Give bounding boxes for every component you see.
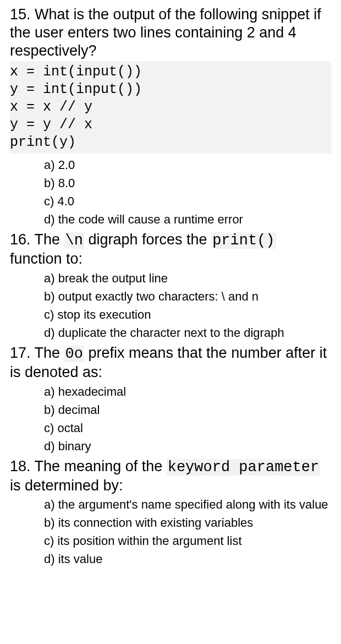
option: c) stop its execution: [44, 305, 331, 324]
code-block: x = int(input()) y = int(input()) x = x …: [10, 61, 331, 154]
options-list: a) 2.0b) 8.0c) 4.0d) the code will cause…: [10, 156, 331, 228]
question-stem: 15. What is the output of the following …: [10, 6, 331, 60]
question: 18. The meaning of the keyword parameter…: [10, 457, 331, 569]
option: d) the code will cause a runtime error: [44, 210, 331, 228]
question-number: 18.: [10, 458, 31, 474]
question-stem: 18. The meaning of the keyword parameter…: [10, 457, 331, 495]
question: 15. What is the output of the following …: [10, 6, 331, 228]
option: c) its position within the argument list: [44, 532, 331, 550]
options-list: a) the argument's name specified along w…: [10, 495, 331, 568]
option-label: c): [44, 421, 54, 435]
option-label: d): [44, 212, 55, 226]
option: b) its connection with existing variable…: [44, 514, 331, 532]
question-number: 15.: [10, 6, 31, 23]
option-text: output exactly two characters: \ and n: [58, 290, 258, 303]
option: a) the argument's name specified along w…: [44, 495, 331, 514]
option: b) decimal: [44, 401, 331, 419]
option-text: duplicate the character next to the digr…: [58, 326, 284, 340]
option-text: its position within the argument list: [57, 534, 241, 548]
option-label: a): [44, 385, 55, 399]
question-text: The \n digraph forces the print() functi…: [10, 231, 276, 267]
option-text: octal: [57, 421, 82, 435]
option-label: d): [44, 326, 55, 340]
option-text: hexadecimal: [58, 385, 127, 399]
quiz-document: 15. What is the output of the following …: [10, 6, 331, 568]
question-stem: 16. The \n digraph forces the print() fu…: [10, 231, 331, 268]
option-text: binary: [58, 439, 91, 453]
option-text: break the output line: [58, 271, 168, 285]
option: a) 2.0: [44, 156, 331, 174]
option: a) break the output line: [44, 269, 331, 287]
option-text: 4.0: [57, 194, 74, 208]
question: 17. The 0o prefix means that the number …: [10, 344, 331, 455]
option-text: stop its execution: [57, 308, 151, 321]
option-label: b): [44, 290, 55, 303]
option: b) 8.0: [44, 174, 331, 192]
question-text: What is the output of the following snip…: [10, 6, 321, 59]
option: d) its value: [44, 550, 331, 568]
option-label: a): [44, 158, 55, 172]
option-text: 2.0: [58, 158, 75, 172]
option-label: d): [44, 439, 55, 453]
question-number: 17.: [10, 345, 31, 361]
question: 16. The \n digraph forces the print() fu…: [10, 231, 331, 342]
question-number: 16.: [10, 231, 31, 248]
option-label: c): [44, 534, 54, 548]
option-text: its connection with existing variables: [58, 516, 254, 530]
inline-code: \n: [64, 232, 84, 249]
option: a) hexadecimal: [44, 383, 331, 401]
option-label: a): [44, 498, 55, 511]
question-stem: 17. The 0o prefix means that the number …: [10, 344, 331, 381]
option-label: b): [44, 176, 55, 190]
options-list: a) break the output lineb) output exactl…: [10, 269, 331, 342]
option-text: its value: [58, 552, 103, 566]
option-label: c): [44, 194, 54, 208]
options-list: a) hexadecimalb) decimalc) octald) binar…: [10, 383, 331, 455]
option-label: b): [44, 516, 55, 530]
inline-code: print(): [211, 232, 276, 249]
option: c) octal: [44, 419, 331, 437]
option: d) duplicate the character next to the d…: [44, 324, 331, 342]
option-label: a): [44, 271, 55, 285]
option-label: b): [44, 403, 55, 417]
inline-code: 0o: [64, 346, 84, 362]
option-text: 8.0: [58, 176, 75, 190]
option-text: decimal: [58, 403, 100, 417]
option: d) binary: [44, 437, 331, 455]
question-text: The 0o prefix means that the number afte…: [10, 345, 327, 380]
option-label: c): [44, 308, 54, 321]
option: c) 4.0: [44, 192, 331, 210]
option-text: the code will cause a runtime error: [58, 212, 243, 226]
inline-code: keyword parameter: [167, 459, 320, 476]
option-label: d): [44, 552, 55, 566]
question-text: The meaning of the keyword parameter is …: [10, 458, 320, 494]
option-text: the argument's name specified along with…: [58, 498, 328, 511]
option: b) output exactly two characters: \ and …: [44, 287, 331, 305]
